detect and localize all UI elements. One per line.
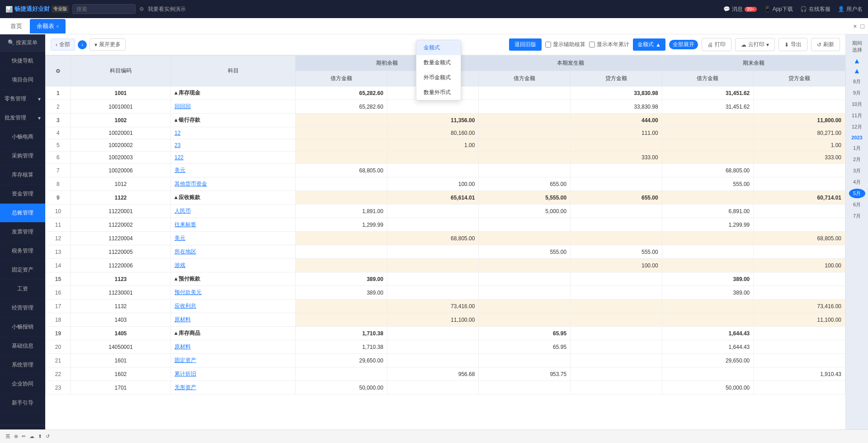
sidebar-item-ecom[interactable]: 小畅电商: [0, 128, 45, 147]
sidebar-item-inventory[interactable]: 库存核算: [0, 166, 45, 185]
sidebar-item-quick-nav[interactable]: 快捷导航: [0, 52, 45, 71]
sidebar-item-enterprise[interactable]: 企业协同: [0, 375, 45, 394]
app-download-btn[interactable]: 📱 App下载: [764, 5, 793, 13]
all-filter-btn[interactable]: ‹ 全部: [51, 38, 75, 51]
sidebar-item-project-contract[interactable]: 项目合同: [0, 71, 45, 90]
period-12[interactable]: 12月: [849, 122, 865, 132]
sidebar-item-system[interactable]: 系统管理: [0, 356, 45, 375]
table-row-cb_debit: 6,891.00: [662, 205, 754, 218]
period-1[interactable]: 1月: [849, 143, 865, 153]
online-service-btn[interactable]: 🎧 在线客服: [800, 5, 830, 13]
table-row-account[interactable]: 12: [170, 127, 295, 139]
table-row-account[interactable]: 回回回: [170, 100, 295, 114]
table-row-cur_debit: [479, 272, 571, 286]
bottom-edit-btn[interactable]: ✏: [22, 433, 26, 439]
period-9[interactable]: 9月: [849, 88, 865, 98]
table-row-account[interactable]: 往来标签: [170, 218, 295, 232]
period-5[interactable]: 5月: [849, 189, 865, 198]
show-ytd-checkbox-group[interactable]: 显示本年累计: [589, 41, 629, 48]
period-3[interactable]: 3月: [849, 166, 865, 176]
table-row-account[interactable]: 122: [170, 152, 295, 164]
bottom-upload-btn[interactable]: ⬆: [38, 433, 42, 439]
bottom-refresh-btn[interactable]: ↺: [46, 433, 50, 439]
sidebar-item-basic-info[interactable]: 基础信息: [0, 337, 45, 356]
period-8[interactable]: 8月: [849, 77, 865, 86]
period-6[interactable]: 6月: [849, 200, 865, 210]
table-row-account[interactable]: 游戏: [170, 259, 295, 272]
top-search-input[interactable]: [72, 4, 136, 14]
settings-col-header[interactable]: ⚙: [46, 56, 71, 86]
sidebar-item-retail[interactable]: 零售管理 ▾: [0, 90, 45, 109]
table-row-account[interactable]: 无形资产: [170, 381, 295, 395]
sidebar-item-operations[interactable]: 经营管理: [0, 299, 45, 318]
dropdown-item-jine[interactable]: 金额式: [416, 40, 461, 55]
table-row: 510020002231.001.00: [46, 139, 845, 152]
show-ytd-checkbox[interactable]: [589, 42, 595, 48]
print-btn[interactable]: 🖨 打印: [702, 38, 731, 51]
tab-balance[interactable]: 余额表 ×: [30, 19, 66, 33]
table-row-account[interactable]: 原材料: [170, 313, 295, 327]
expand-more-btn[interactable]: ▾ 展开更多: [90, 38, 126, 51]
show-assist-checkbox[interactable]: [545, 42, 551, 48]
sidebar-search[interactable]: 🔍 搜索菜单: [0, 34, 45, 52]
tab-home[interactable]: 首页: [4, 19, 29, 33]
table-row-account[interactable]: 固定资产: [170, 354, 295, 367]
bottom-lang-btn[interactable]: 英: [5, 433, 10, 440]
window-restore-btn[interactable]: □: [861, 23, 864, 30]
sidebar-item-capital[interactable]: 资金管理: [0, 185, 45, 204]
refresh-btn[interactable]: ↺ 刷新: [811, 38, 840, 51]
table-row-num: 7: [46, 164, 71, 177]
jine-style-btn[interactable]: 金额式 ▲: [633, 38, 665, 51]
period-up-btn[interactable]: ▲: [854, 57, 861, 65]
table-row-account[interactable]: 美元: [170, 232, 295, 245]
sidebar-item-invoice[interactable]: 发票管理: [0, 223, 45, 242]
ob-debit-header: 借方金额: [296, 71, 387, 86]
sidebar-item-payroll[interactable]: 工资: [0, 280, 45, 299]
tab-close-btn[interactable]: ×: [56, 24, 59, 29]
export-btn[interactable]: ⬇ 导出: [778, 38, 807, 51]
table-row-account[interactable]: 其他货币资金: [170, 177, 295, 191]
table-row-account[interactable]: 人民币: [170, 205, 295, 218]
return-old-btn[interactable]: 退回旧版: [509, 38, 542, 51]
settings-icon[interactable]: ⚙: [139, 6, 144, 12]
period-4[interactable]: 4月: [849, 177, 865, 187]
dropdown-item-shuliang-waibi[interactable]: 数量外币式: [416, 85, 461, 100]
table-row-account[interactable]: 原材料: [170, 340, 295, 354]
demo-link[interactable]: 我要看实例演示: [148, 5, 186, 13]
period-11[interactable]: 11月: [849, 111, 865, 120]
table-row-account[interactable]: 累计折旧: [170, 367, 295, 381]
message-btn[interactable]: 💬 消息 99+: [723, 5, 757, 13]
table-row-account[interactable]: 美元: [170, 164, 295, 177]
table-row-account[interactable]: 应收利息: [170, 300, 295, 313]
period-10[interactable]: 10月: [849, 100, 865, 109]
sidebar-item-micro-sales[interactable]: 小畅报销: [0, 318, 45, 337]
sidebar-item-fixed-assets[interactable]: 固定资产: [0, 261, 45, 280]
balance-table-wrapper[interactable]: ⚙ 科目编码 科目 期初余额 本期发生额 期末余额 借方金额 贷方金额 借方金额…: [45, 55, 845, 443]
cloud-print-btn[interactable]: ☁ 云打印 ▾: [735, 38, 775, 51]
sidebar-item-guide[interactable]: 新手引导: [0, 394, 45, 413]
window-close-btn[interactable]: ×: [853, 23, 857, 30]
period-up2-btn[interactable]: ▲: [854, 67, 861, 75]
sidebar-item-tax[interactable]: 税务管理: [0, 242, 45, 261]
dropdown-item-waibi-jine[interactable]: 外币金额式: [416, 70, 461, 85]
sidebar-item-purchase[interactable]: 采购管理: [0, 147, 45, 166]
table-row-account[interactable]: 23: [170, 139, 295, 152]
table-row-account[interactable]: 预付款美元: [170, 286, 295, 300]
bottom-add-btn[interactable]: ⊕: [14, 433, 18, 439]
expand-all-toggle[interactable]: 全部展开: [669, 40, 698, 49]
table-row-account[interactable]: 所在地区: [170, 245, 295, 259]
period-2023[interactable]: 2023: [849, 133, 865, 142]
period-2[interactable]: 2月: [849, 155, 865, 164]
table-row-num: 9: [46, 191, 71, 205]
nav-forward-btn[interactable]: ›: [78, 40, 87, 49]
current-header: 本期发生额: [479, 56, 662, 71]
sidebar-item-general-ledger[interactable]: 总账管理: [0, 204, 45, 223]
user-avatar[interactable]: 👤 用户名: [838, 5, 863, 13]
chevron-up-icon: ▲: [656, 42, 661, 48]
bottom-cloud-btn[interactable]: ☁: [29, 433, 34, 439]
sidebar-item-wholesale[interactable]: 批发管理 ▾: [0, 109, 45, 128]
table-row-ob_credit: [387, 259, 479, 272]
dropdown-item-shuliang-jine[interactable]: 数量金额式: [416, 55, 461, 70]
period-7[interactable]: 7月: [849, 211, 865, 221]
show-assist-checkbox-group[interactable]: 显示辅助核算: [545, 41, 585, 48]
